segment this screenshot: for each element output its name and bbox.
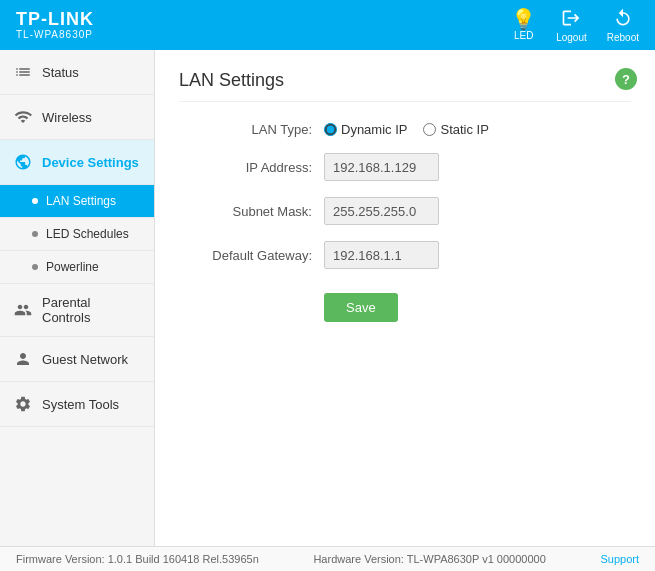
parental-controls-icon — [12, 299, 34, 321]
subnet-mask-row: Subnet Mask: — [179, 197, 631, 225]
sidebar-item-wireless-label: Wireless — [42, 110, 92, 125]
reboot-button[interactable]: Reboot — [607, 8, 639, 43]
header: TP-LINK TL-WPA8630P 💡 LED Logout Reboot — [0, 0, 655, 50]
sidebar-sub-item-powerline-label: Powerline — [46, 260, 99, 274]
static-ip-option[interactable]: Static IP — [423, 122, 488, 137]
default-gateway-input[interactable] — [324, 241, 439, 269]
sidebar-item-parental-controls[interactable]: Parental Controls — [0, 284, 154, 337]
sidebar-item-guest-network[interactable]: Guest Network — [0, 337, 154, 382]
led-label: LED — [514, 30, 533, 41]
brand-name: TP-LINK — [16, 10, 94, 30]
sidebar-item-system-tools[interactable]: System Tools — [0, 382, 154, 427]
lan-type-label: LAN Type: — [179, 122, 324, 137]
header-icons: 💡 LED Logout Reboot — [511, 8, 639, 43]
sidebar-item-status-label: Status — [42, 65, 79, 80]
powerline-dot — [32, 264, 38, 270]
sidebar-sub-item-led-schedules-label: LED Schedules — [46, 227, 129, 241]
led-button[interactable]: 💡 LED — [511, 9, 536, 41]
content-area: ? LAN Settings LAN Type: Dynamic IP Stat… — [155, 50, 655, 546]
ip-address-value — [324, 153, 631, 181]
guest-network-icon — [12, 348, 34, 370]
logout-button[interactable]: Logout — [556, 8, 587, 43]
sidebar-item-status[interactable]: Status — [0, 50, 154, 95]
default-gateway-value — [324, 241, 631, 269]
footer-hardware: Hardware Version: TL-WPA8630P v1 0000000… — [313, 553, 545, 565]
default-gateway-row: Default Gateway: — [179, 241, 631, 269]
sidebar-sub-item-lan-settings-label: LAN Settings — [46, 194, 116, 208]
subnet-mask-value — [324, 197, 631, 225]
dynamic-ip-label: Dynamic IP — [341, 122, 407, 137]
reboot-label: Reboot — [607, 32, 639, 43]
static-ip-label: Static IP — [440, 122, 488, 137]
logout-label: Logout — [556, 32, 587, 43]
ip-address-input[interactable] — [324, 153, 439, 181]
sidebar-item-device-settings[interactable]: Device Settings — [0, 140, 154, 185]
wireless-icon — [12, 106, 34, 128]
device-settings-icon — [12, 151, 34, 173]
dynamic-ip-option[interactable]: Dynamic IP — [324, 122, 407, 137]
page-title: LAN Settings — [179, 70, 631, 102]
lan-type-row: LAN Type: Dynamic IP Static IP — [179, 122, 631, 137]
subnet-mask-input[interactable] — [324, 197, 439, 225]
sidebar: Status Wireless Device Settings LAN Sett… — [0, 50, 155, 546]
lan-settings-dot — [32, 198, 38, 204]
reboot-icon — [613, 8, 633, 31]
sidebar-sub-item-lan-settings[interactable]: LAN Settings — [0, 185, 154, 218]
sidebar-sub-item-powerline[interactable]: Powerline — [0, 251, 154, 284]
footer: Firmware Version: 1.0.1 Build 160418 Rel… — [0, 546, 655, 571]
sidebar-item-guest-network-label: Guest Network — [42, 352, 128, 367]
sidebar-item-system-tools-label: System Tools — [42, 397, 119, 412]
lan-settings-form: LAN Type: Dynamic IP Static IP IP Addres… — [179, 122, 631, 322]
support-link[interactable]: Support — [600, 553, 639, 565]
save-button[interactable]: Save — [324, 293, 398, 322]
logout-icon — [561, 8, 581, 31]
led-schedules-dot — [32, 231, 38, 237]
sidebar-item-device-settings-label: Device Settings — [42, 155, 139, 170]
main-layout: Status Wireless Device Settings LAN Sett… — [0, 50, 655, 546]
sidebar-item-parental-controls-label: Parental Controls — [42, 295, 142, 325]
status-icon — [12, 61, 34, 83]
default-gateway-label: Default Gateway: — [179, 248, 324, 263]
dynamic-ip-radio[interactable] — [324, 123, 337, 136]
logo: TP-LINK TL-WPA8630P — [16, 10, 94, 41]
sidebar-item-wireless[interactable]: Wireless — [0, 95, 154, 140]
lan-type-value: Dynamic IP Static IP — [324, 122, 631, 137]
system-tools-icon — [12, 393, 34, 415]
ip-address-row: IP Address: — [179, 153, 631, 181]
help-icon[interactable]: ? — [615, 68, 637, 90]
ip-address-label: IP Address: — [179, 160, 324, 175]
model-name: TL-WPA8630P — [16, 29, 94, 40]
footer-firmware: Firmware Version: 1.0.1 Build 160418 Rel… — [16, 553, 259, 565]
subnet-mask-label: Subnet Mask: — [179, 204, 324, 219]
static-ip-radio[interactable] — [423, 123, 436, 136]
sidebar-sub-item-led-schedules[interactable]: LED Schedules — [0, 218, 154, 251]
led-icon: 💡 — [511, 9, 536, 29]
